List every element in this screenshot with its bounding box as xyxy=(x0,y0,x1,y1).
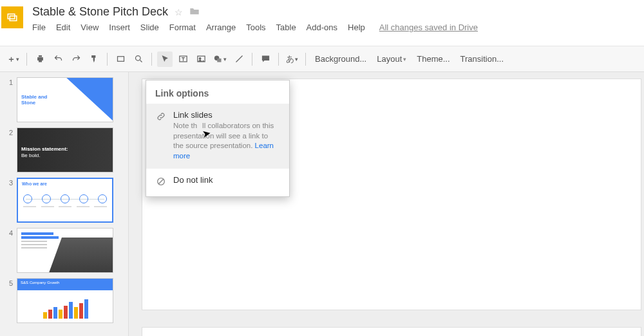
zoom-icon[interactable] xyxy=(131,51,146,67)
background-label: Background... xyxy=(315,54,366,64)
thumb-slide-2[interactable]: Mission statement:Be bold. xyxy=(17,127,113,173)
theme-button[interactable]: Theme... xyxy=(413,54,453,64)
thumb-row-1[interactable]: 1 Stable andStone xyxy=(0,75,128,125)
slide-thumbnail-rail[interactable]: 1 Stable andStone 2 Mission statement:Be… xyxy=(0,72,129,336)
thumb4-heading xyxy=(21,232,60,248)
comment-icon[interactable] xyxy=(258,51,273,67)
thumb-row-5[interactable]: 5 S&S Company Growth xyxy=(0,275,128,326)
separator xyxy=(151,53,152,66)
header: Stable & Stone Pitch Deck ☆ File Edit Vi… xyxy=(0,0,644,46)
menu-tools[interactable]: Tools xyxy=(246,23,265,32)
option-label: Do not link xyxy=(173,175,280,185)
thumb-slide-1[interactable]: Stable andStone xyxy=(17,77,113,122)
separator xyxy=(107,53,108,66)
slide-next[interactable]: '06 52 xyxy=(142,327,641,336)
theme-label: Theme... xyxy=(417,54,450,64)
new-slide-button[interactable]: ＋▾ xyxy=(5,51,21,67)
svg-rect-8 xyxy=(217,59,221,62)
transition-button[interactable]: Transition... xyxy=(457,54,507,64)
background-button[interactable]: Background... xyxy=(311,54,370,64)
slides-app-icon xyxy=(1,6,23,28)
menu-bar: File Edit View Insert Slide Format Arran… xyxy=(32,23,639,32)
thumb-row-3[interactable]: 3 Who we are xyxy=(0,175,128,225)
shape-icon[interactable]: ▾ xyxy=(211,51,229,67)
redo-icon[interactable] xyxy=(68,51,84,67)
option-body: Link slides Note thll collaborators on t… xyxy=(173,110,280,161)
prohibit-icon xyxy=(155,176,167,189)
thumb5-chart xyxy=(43,299,88,319)
thumb-number: 3 xyxy=(4,178,13,187)
folder-icon[interactable] xyxy=(189,6,200,17)
link-options-popup: Link options Link slides Note thll colla… xyxy=(146,80,290,197)
layout-label: Layout xyxy=(377,54,402,64)
thumb-number: 4 xyxy=(4,228,13,237)
thumb-row-2[interactable]: 2 Mission statement:Be bold. xyxy=(0,125,128,175)
separator xyxy=(252,53,252,66)
separator xyxy=(305,53,306,66)
transition-label: Transition... xyxy=(460,54,504,64)
option-description: Note thll collaborators on this presenta… xyxy=(173,121,280,161)
separator xyxy=(278,53,279,66)
save-status[interactable]: All changes saved in Drive xyxy=(379,23,478,32)
thumb-slide-4[interactable] xyxy=(17,228,113,273)
thumb-number: 5 xyxy=(4,278,13,287)
menu-edit[interactable]: Edit xyxy=(56,23,70,32)
link-icon xyxy=(155,111,167,161)
thumb5-header: S&S Company Growth xyxy=(17,279,113,290)
thumb-number: 2 xyxy=(4,127,13,136)
title-area: Stable & Stone Pitch Deck ☆ File Edit Vi… xyxy=(32,4,639,32)
option-label: Link slides xyxy=(173,110,280,120)
thumb-slide-5[interactable]: S&S Company Growth xyxy=(17,278,113,323)
option-do-not-link[interactable]: Do not link xyxy=(146,169,289,196)
menu-view[interactable]: View xyxy=(80,23,99,32)
undo-icon[interactable] xyxy=(50,51,66,67)
option-link-slides[interactable]: Link slides Note thll collaborators on t… xyxy=(146,104,289,169)
menu-insert[interactable]: Insert xyxy=(109,23,130,32)
document-title[interactable]: Stable & Stone Pitch Deck xyxy=(32,5,168,19)
toolbar: ＋▾ ▾ あ▾ Background... Layout▾ Theme... T… xyxy=(0,46,644,72)
image-icon[interactable] xyxy=(193,51,209,67)
timeline-circles xyxy=(23,194,107,203)
svg-point-3 xyxy=(135,56,140,61)
option-body: Do not link xyxy=(173,175,280,189)
line-icon[interactable] xyxy=(231,51,247,67)
separator xyxy=(26,53,27,66)
menu-slide[interactable]: Slide xyxy=(140,23,159,32)
menu-addons[interactable]: Add-ons xyxy=(307,23,337,32)
paint-format-icon[interactable] xyxy=(86,51,102,67)
input-tools-icon[interactable]: あ▾ xyxy=(284,51,300,67)
thumb3-title: Who we are xyxy=(22,182,47,186)
print-icon[interactable] xyxy=(32,51,48,67)
menu-file[interactable]: File xyxy=(32,23,46,32)
thumb2-text: Mission statement:Be bold. xyxy=(21,146,68,158)
svg-rect-2 xyxy=(117,57,124,62)
menu-arrange[interactable]: Arrange xyxy=(206,23,236,32)
main-area: 1 Stable andStone 2 Mission statement:Be… xyxy=(0,72,644,336)
menu-table[interactable]: Table xyxy=(276,23,296,32)
star-icon[interactable]: ☆ xyxy=(175,7,183,17)
layout-button[interactable]: Layout▾ xyxy=(373,54,410,64)
thumb-number: 1 xyxy=(4,77,13,86)
menu-format[interactable]: Format xyxy=(169,23,196,32)
popup-title: Link options xyxy=(146,80,289,104)
bullets xyxy=(23,206,107,207)
triangle-decoration xyxy=(64,77,113,122)
textbox-icon[interactable] xyxy=(175,51,191,67)
thumb1-title: Stable andStone xyxy=(21,95,47,106)
thumb-row-4[interactable]: 4 xyxy=(0,225,128,275)
menu-help[interactable]: Help xyxy=(348,23,365,32)
svg-point-6 xyxy=(199,58,201,60)
fit-icon[interactable] xyxy=(113,51,128,67)
select-tool-icon[interactable] xyxy=(157,51,173,67)
thumb-slide-3[interactable]: Who we are xyxy=(17,178,113,223)
